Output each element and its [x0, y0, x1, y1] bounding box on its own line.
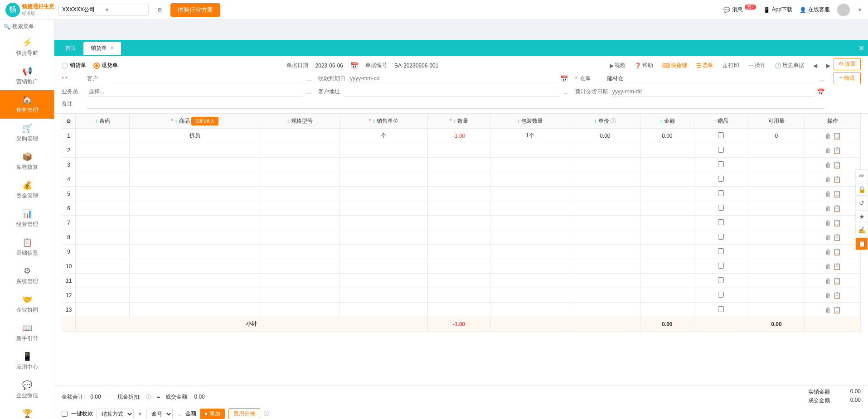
sidebar-item-appcenter[interactable]: 📱 应用中心 [0, 347, 54, 376]
cell-amount[interactable]: 0.00 [640, 129, 694, 143]
sidebar-search[interactable]: 🔍 搜索菜单 [0, 20, 54, 33]
remark-input[interactable] [87, 99, 824, 109]
copy-icon[interactable]: 📋 [833, 277, 841, 284]
due-date-input[interactable] [348, 74, 557, 83]
sidebar-item-system[interactable]: ⚙ 系统管理 [0, 261, 54, 290]
toolbar-prev[interactable]: ◀ [810, 62, 820, 70]
message-item[interactable]: 💬 消息 99+ [723, 6, 756, 14]
tab-close-icon[interactable]: × [111, 45, 114, 51]
one-click-payment-checkbox[interactable] [62, 411, 68, 417]
radio-sales[interactable]: 销货单 [62, 62, 86, 69]
right-float-edit[interactable]: ✏ [855, 169, 868, 182]
copy-icon[interactable]: 📋 [833, 263, 841, 270]
warehouse-input[interactable]: 建材仓 [605, 74, 816, 83]
due-date-cal-icon[interactable]: 📅 [560, 75, 568, 82]
delete-icon[interactable]: 🗑 [825, 292, 831, 299]
sidebar-item-wechat[interactable]: 💬 企业微信 [0, 376, 54, 404]
sidebar-item-basic[interactable]: 📋 基础信息 [0, 233, 54, 261]
trial-button[interactable]: 体验行业方案 [170, 3, 220, 17]
cell-unit[interactable]: 个 [339, 129, 428, 143]
sidebar-item-inventory[interactable]: 📦 库存核算 [0, 147, 54, 176]
customer-dots[interactable]: ... [306, 76, 311, 82]
delete-icon[interactable]: 🗑 [825, 306, 831, 313]
copy-icon[interactable]: 📋 [833, 161, 841, 169]
cell-pkg-qty[interactable]: 1个 [490, 129, 570, 143]
delete-icon[interactable]: 🗑 [825, 263, 831, 270]
cell-qty[interactable]: -1.00 [428, 129, 490, 143]
sidebar-item-finance[interactable]: 💰 资金管理 [0, 176, 54, 204]
delete-icon[interactable]: 🗑 [825, 234, 831, 241]
right-float-pencil[interactable]: ✍ [855, 224, 868, 236]
settlement-method-select[interactable]: 结算方式 [97, 409, 134, 419]
copy-icon[interactable]: 📋 [833, 132, 841, 140]
add-button[interactable]: ● 添加 [200, 409, 225, 419]
toolbar-next[interactable]: ▶ [824, 62, 833, 70]
customer-input[interactable] [112, 74, 303, 83]
scan-btn[interactable]: 扫码录入 [191, 117, 218, 125]
delete-icon[interactable]: 🗑 [825, 190, 831, 197]
info-icon[interactable]: ⓘ [146, 393, 151, 401]
company-selector[interactable]: XXXXXX公司 ▼ [58, 4, 149, 16]
delete-icon[interactable]: 🗑 [825, 248, 831, 255]
toolbar-video[interactable]: ▶ 视频 [607, 61, 628, 70]
customer-addr-input[interactable] [344, 87, 559, 96]
delete-icon[interactable]: 🗑 [825, 176, 831, 183]
right-float-shield[interactable]: 🔒 [855, 183, 868, 196]
copy-icon[interactable]: 📋 [833, 248, 841, 255]
toolbar-print[interactable]: 🖨 打印 [719, 61, 742, 70]
copy-icon[interactable]: 📋 [833, 176, 841, 183]
delete-icon[interactable]: 🗑 [825, 205, 831, 212]
settings-button[interactable]: ⚙ 设置 [834, 58, 861, 70]
tab-home[interactable]: 首页 [58, 42, 83, 55]
logistics-button[interactable]: + 物流 [834, 72, 861, 84]
sidebar-item-purchase[interactable]: 🛒 采购管理 [0, 119, 54, 147]
cell-spec[interactable] [260, 129, 339, 143]
cell-product[interactable]: 拆员 [130, 129, 260, 143]
toolbar-history[interactable]: 🕐 历史单据 [772, 61, 807, 70]
expected-date-input[interactable] [611, 87, 814, 96]
cell-unit-price[interactable]: 0.00 [570, 129, 640, 143]
copy-icon[interactable]: 📋 [833, 147, 841, 154]
sidebar-item-marketing[interactable]: 📢 营销推广 [0, 62, 54, 90]
app-download-item[interactable]: 📱 App下载 [763, 6, 792, 14]
copy-icon[interactable]: 📋 [833, 234, 841, 241]
settings-icon[interactable]: ⚙ [152, 3, 167, 17]
online-service-item[interactable]: 👤 在线客服 [800, 6, 830, 14]
calendar-icon[interactable]: 📅 [350, 62, 358, 69]
sidebar-item-member[interactable]: 🏆 畅会员 [0, 404, 54, 419]
sidebar-item-operation[interactable]: 📊 经营管理 [0, 204, 54, 233]
delete-icon[interactable]: 🗑 [825, 161, 831, 169]
fee-info-icon[interactable]: ⓘ [264, 410, 269, 418]
settlement-dropdown-icon[interactable]: ▼ [137, 411, 143, 417]
toolbar-operation[interactable]: ⋯ 操作 [746, 61, 768, 70]
copy-icon[interactable]: 📋 [833, 190, 841, 197]
right-float-refresh[interactable]: ↺ [855, 197, 868, 209]
copy-icon[interactable]: 📋 [833, 219, 841, 226]
toolbar-select[interactable]: ☰ 选单 [693, 61, 716, 70]
avatar[interactable] [837, 4, 850, 16]
tab-bar-close[interactable]: ✕ [858, 44, 864, 53]
toolbar-shortcut[interactable]: ⌨ 快捷键 [659, 61, 690, 70]
delete-icon[interactable]: 🗑 [825, 132, 831, 140]
account-select[interactable]: 账号 [146, 409, 173, 419]
avatar-arrow[interactable]: ▼ [857, 7, 863, 13]
copy-icon[interactable]: 📋 [833, 292, 841, 299]
sidebar-item-guide[interactable]: 📖 新手引导 [0, 318, 54, 347]
salesman-input[interactable] [87, 87, 303, 96]
cell-gift[interactable] [694, 129, 748, 143]
toolbar-help[interactable]: ❓ 帮助 [632, 61, 656, 70]
delete-icon[interactable]: 🗑 [825, 219, 831, 226]
fee-split-button[interactable]: 费用分摊 [228, 408, 260, 419]
salesman-dots[interactable]: ... [306, 89, 311, 95]
sidebar-item-enterprise[interactable]: 🤝 企业协同 [0, 290, 54, 318]
warehouse-dots[interactable]: ... [820, 76, 824, 82]
gift-checkbox[interactable] [718, 132, 724, 138]
copy-icon[interactable]: 📋 [833, 306, 841, 313]
col-settings[interactable]: ⚙ [62, 114, 76, 129]
radio-return[interactable]: 退货单 [93, 62, 118, 69]
sidebar-item-sales[interactable]: 🏠 销售管理 [0, 90, 54, 119]
cell-barcode[interactable] [76, 129, 130, 143]
right-float-action[interactable]: 📋 [855, 237, 868, 250]
sidebar-item-quick-nav[interactable]: ⚡ 快捷导航 [0, 33, 54, 62]
account-dots[interactable]: ... [177, 411, 182, 417]
